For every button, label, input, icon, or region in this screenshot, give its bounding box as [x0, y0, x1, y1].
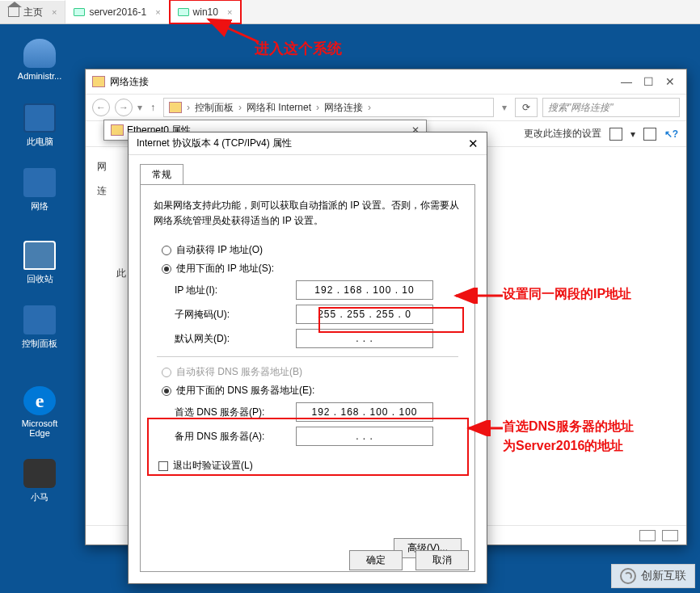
subnet-mask-input[interactable]: 255 . 255 . 255 . 0 [296, 305, 433, 324]
chevron-down-icon[interactable]: ▾ [630, 128, 635, 140]
adapter-icon [111, 124, 124, 136]
explorer-titlebar: 网络连接 — ☐ ✕ [86, 69, 686, 94]
folder-icon [169, 102, 182, 113]
monitor-icon [23, 103, 56, 132]
back-button[interactable]: ← [92, 99, 110, 116]
logo-icon [620, 568, 636, 584]
tab-win10-label: win10 [193, 6, 218, 18]
gateway-input[interactable]: . . . [296, 329, 433, 348]
explorer-toolbar: ← → ▾ ↑ › 控制面板 › 网络和 Internet › 网络连接 › ▾… [86, 94, 686, 121]
tab-win10[interactable]: win10 × [170, 0, 242, 23]
server-icon [74, 8, 85, 16]
radio-icon [162, 264, 171, 274]
up-button[interactable]: ↑ [147, 102, 158, 113]
close-button[interactable]: ✕ [468, 137, 479, 151]
cancel-button[interactable]: 取消 [415, 550, 469, 570]
radio-icon [162, 386, 171, 396]
network-icon [23, 168, 56, 197]
breadcrumb-dropdown-icon[interactable]: ▾ [499, 102, 510, 113]
minimize-button[interactable]: — [621, 75, 632, 88]
desktop-icon-recycle[interactable]: 回收站 [11, 241, 68, 285]
vm-tabbar: 主页 × server2016-1 × win10 × [0, 0, 700, 24]
mask-label: 子网掩码(U): [175, 308, 288, 322]
desktop-icon-pony[interactable]: 小马 [11, 459, 68, 503]
ipv4-title: Internet 协议版本 4 (TCP/IPv4) 属性 [137, 137, 292, 150]
dns1-label: 首选 DNS 服务器(P): [175, 406, 288, 419]
tab-server2016[interactable]: server2016-1 × [65, 0, 169, 23]
preferred-dns-input[interactable]: 192 . 168 . 100 . 100 [296, 402, 433, 422]
annotation-dns2: 为Server2016的地址 [503, 438, 623, 455]
home-icon [8, 7, 19, 17]
server-icon [178, 8, 189, 16]
help-cursor-icon[interactable]: ↖? [664, 128, 678, 140]
edge-icon [23, 386, 56, 415]
folder-icon [92, 76, 105, 87]
tab-home[interactable]: 主页 × [0, 0, 65, 23]
watermark: 创新互联 [611, 564, 695, 588]
radio-icon [162, 368, 171, 377]
breadcrumb[interactable]: › 控制面板 › 网络和 Internet › 网络连接 › [163, 98, 494, 117]
close-button[interactable]: ✕ [665, 75, 675, 88]
ipv4-description: 如果网络支持此功能，则可以获取自动指派的 IP 设置。否则，你需要从网络系统管理… [154, 198, 462, 229]
close-icon[interactable]: × [52, 7, 57, 17]
app-icon [23, 459, 56, 488]
checkbox-icon [158, 461, 168, 471]
tab-server-label: server2016-1 [89, 6, 146, 18]
radio-manual-dns[interactable]: 使用下面的 DNS 服务器地址(E): [162, 384, 462, 397]
control-panel-icon [23, 305, 56, 334]
tab-general[interactable]: 常规 [140, 164, 183, 185]
ip-address-input[interactable]: 192 . 168 . 100 . 10 [296, 280, 433, 300]
recycle-icon [23, 241, 56, 270]
cmd-change-settings[interactable]: 更改此连接的设置 [524, 127, 601, 141]
ipv4-properties-dialog: Internet 协议版本 4 (TCP/IPv4) 属性 ✕ 常规 如果网络支… [128, 132, 487, 584]
alternate-dns-input[interactable]: . . . [296, 427, 433, 446]
ip-label: IP 地址(I): [175, 284, 288, 297]
user-icon [23, 39, 56, 68]
close-icon[interactable]: × [227, 7, 232, 17]
view-icon-1[interactable] [609, 128, 622, 141]
annotation-dns1: 首选DNS服务器的地址 [503, 418, 634, 435]
history-dropdown[interactable]: ▾ [137, 102, 142, 113]
view-icon-2[interactable] [643, 128, 656, 141]
desktop-icon-edge[interactable]: Microsoft Edge [11, 386, 68, 438]
close-icon[interactable]: × [155, 7, 160, 17]
radio-auto-ip[interactable]: 自动获得 IP 地址(O) [162, 243, 462, 257]
desktop-icon-admin[interactable]: Administr... [11, 39, 68, 81]
radio-icon [162, 246, 171, 255]
maximize-button[interactable]: ☐ [643, 75, 654, 88]
desktop-icon-network[interactable]: 网络 [11, 168, 68, 212]
radio-manual-ip[interactable]: 使用下面的 IP 地址(S): [162, 262, 462, 275]
ok-button[interactable]: 确定 [349, 550, 403, 570]
view-icons-icon[interactable] [662, 530, 678, 541]
forward-button[interactable]: → [115, 99, 133, 116]
desktop-icon-controlpanel[interactable]: 控制面板 [11, 305, 68, 350]
search-input[interactable]: 搜索"网络连接" [542, 98, 680, 117]
tab-home-label: 主页 [23, 6, 43, 19]
validate-checkbox[interactable]: 退出时验证设置(L) [158, 459, 462, 473]
explorer-title: 网络连接 [110, 75, 149, 89]
refresh-button[interactable]: ⟳ [515, 98, 538, 117]
desktop-icon-pc[interactable]: 此电脑 [11, 103, 68, 148]
radio-auto-dns[interactable]: 自动获得 DNS 服务器地址(B) [162, 365, 462, 379]
dns2-label: 备用 DNS 服务器(A): [175, 430, 288, 444]
view-details-icon[interactable] [639, 530, 656, 541]
annotation-tab: 进入这个系统 [255, 39, 342, 58]
tab-general-panel: 如果网络支持此功能，则可以获取自动指派的 IP 设置。否则，你需要从网络系统管理… [140, 184, 475, 572]
annotation-ip: 设置同一网段的IP地址 [503, 286, 631, 303]
gw-label: 默认网关(D): [175, 332, 288, 346]
